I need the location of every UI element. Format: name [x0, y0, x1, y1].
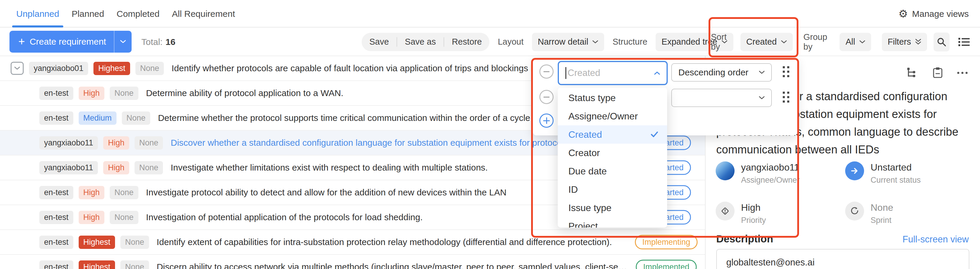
requirement-title[interactable]: Discern ability to access network via mu… [157, 262, 627, 269]
tab-completed[interactable]: Completed [116, 0, 159, 27]
none-badge: None [122, 111, 151, 125]
current-status-field[interactable]: Unstarted Current status [845, 161, 921, 185]
sprint-loop-icon [845, 202, 864, 221]
tab-all-requirement[interactable]: All Requirement [172, 0, 235, 27]
fullscreen-view-link[interactable]: Full-screen view [902, 234, 969, 245]
sort-by-label: Sort by [711, 32, 734, 52]
sort-option-status-type[interactable]: Status type [558, 89, 667, 107]
status-pill[interactable]: Implementing [635, 235, 698, 250]
chevron-down-icon [859, 40, 865, 44]
sort-option-id[interactable]: ID [558, 180, 667, 199]
sort-option-due-date[interactable]: Due date [558, 162, 667, 180]
structure-value: Expanded tree [662, 37, 718, 47]
sort-field-dropdown: Status typeAssignee/OwnerCreatedCreatorD… [558, 88, 667, 228]
toolbar-right: Sort by Created Group by All Filters [711, 27, 971, 56]
sort-field-input[interactable]: Created [558, 61, 668, 85]
view-tabs-bar: UnplannedPlannedCompletedAll Requirement… [0, 0, 980, 27]
priority-diamond-icon [716, 202, 735, 221]
tree-view-icon[interactable] [906, 67, 918, 79]
avatar [716, 161, 735, 180]
group-by-select[interactable]: All [840, 33, 871, 51]
priority-badge: High [79, 186, 105, 199]
sprint-value: None [870, 202, 893, 213]
requirement-title[interactable]: Investigation of potential application o… [146, 212, 627, 222]
tab-unplanned[interactable]: Unplanned [16, 0, 59, 27]
chevron-up-icon [654, 71, 660, 75]
issue-id-badge: en-test [39, 111, 73, 125]
search-button[interactable] [934, 32, 950, 51]
none-badge: None [110, 87, 138, 100]
none-badge: None [120, 260, 149, 269]
requirement-title[interactable]: Investigate protocol ability to detect a… [146, 188, 627, 197]
remove-sort-rule-button[interactable] [539, 64, 554, 79]
issue-id-badge: en-test [39, 87, 73, 100]
assignee-label: Assignee/Owner [741, 175, 800, 185]
restore-button[interactable]: Restore [444, 37, 490, 47]
requirement-title[interactable]: Identify extent of capabilities for intr… [157, 237, 627, 247]
sort-field-placeholder: Created [568, 68, 654, 78]
description-text: globaltesten@ones.ai [726, 257, 815, 267]
chevron-down-icon [781, 40, 787, 44]
priority-badge: Highest [94, 62, 130, 75]
save-as-button[interactable]: Save as [397, 37, 444, 47]
group-by-value: All [845, 37, 855, 47]
chevron-down-icon [759, 96, 765, 100]
expand-collapse-checkbox[interactable] [11, 62, 24, 75]
sprint-field[interactable]: None Sprint [845, 202, 893, 225]
assignee-field[interactable]: yangxiaobo11 Assignee/Owner [716, 161, 800, 185]
create-requirement-label: Create requirement [30, 37, 106, 47]
priority-value: High [741, 202, 766, 213]
issue-id-badge: en-test [39, 211, 73, 224]
priority-label: Priority [741, 216, 766, 225]
tab-planned[interactable]: Planned [72, 0, 104, 27]
double-chevron-down-icon [915, 39, 921, 45]
view-tabs: UnplannedPlannedCompletedAll Requirement [16, 0, 980, 27]
chevron-down-icon [120, 40, 126, 43]
sort-by-select[interactable]: Created [740, 33, 793, 51]
filters-button[interactable]: Filters [882, 33, 927, 51]
requirement-row[interactable]: en-testHighestNoneIdentify extent of cap… [0, 230, 705, 255]
copy-link-icon[interactable] [932, 67, 943, 79]
gear-icon: ⚙ [898, 9, 908, 19]
layout-select[interactable]: Narrow detail [532, 33, 605, 51]
save-button[interactable]: Save [362, 37, 396, 47]
total-label: Total: [142, 37, 163, 47]
priority-badge: High [79, 87, 105, 100]
sprint-label: Sprint [870, 216, 893, 225]
priority-badge: Highest [79, 260, 115, 269]
none-badge: None [135, 161, 163, 174]
list-view-icon [958, 37, 970, 47]
create-requirement-dropdown-button[interactable] [115, 40, 132, 43]
more-icon[interactable] [957, 72, 967, 74]
requirements-page: UnplannedPlannedCompletedAll Requirement… [0, 0, 980, 269]
priority-badge: High [103, 136, 129, 150]
none-badge: None [110, 186, 138, 199]
priority-badge: Medium [79, 111, 116, 125]
description-box[interactable]: globaltesten@ones.ai [716, 249, 969, 269]
create-requirement-button[interactable]: + Create requirement [10, 37, 114, 47]
drag-handle[interactable] [782, 64, 790, 79]
manage-views-button[interactable]: ⚙ Manage views [898, 0, 969, 27]
sort-order-value: Descending order [678, 67, 748, 78]
priority-field[interactable]: High Priority [716, 202, 766, 225]
requirement-row[interactable]: en-testHighestNoneDiscern ability to acc… [0, 255, 705, 269]
sort-option-created[interactable]: Created [558, 125, 667, 144]
add-sort-rule-button[interactable] [539, 113, 554, 128]
sort-order-select[interactable]: Descending order [671, 63, 772, 81]
list-view-toggle[interactable] [957, 32, 971, 51]
sort-order-select-empty[interactable] [671, 89, 772, 107]
status-pill[interactable]: Implemented [636, 260, 697, 269]
drag-handle[interactable] [782, 90, 790, 104]
issue-id-badge: en-test [39, 260, 73, 269]
none-badge: None [110, 211, 138, 224]
sort-option-issue-type[interactable]: Issue type [558, 199, 667, 217]
priority-badge: High [79, 211, 105, 224]
sort-option-project[interactable]: Project [558, 217, 667, 228]
issue-id-badge: en-test [39, 236, 73, 249]
chevron-down-icon [592, 40, 598, 44]
remove-sort-rule-button[interactable] [539, 90, 554, 104]
sort-option-assignee-owner[interactable]: Assignee/Owner [558, 107, 667, 125]
status-label: Current status [870, 175, 921, 185]
filters-label: Filters [888, 37, 911, 47]
sort-option-creator[interactable]: Creator [558, 144, 667, 162]
